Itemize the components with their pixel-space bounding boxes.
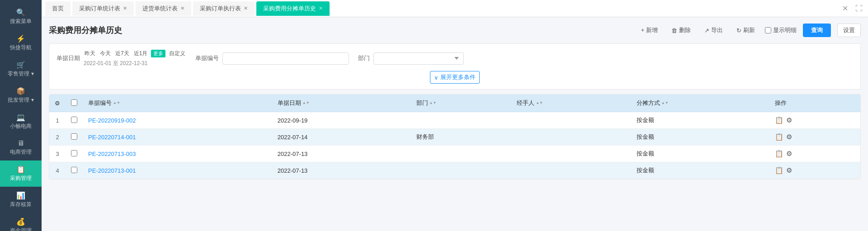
sidebar-item-inventory[interactable]: 📊 库存核算	[0, 187, 42, 213]
row-order-no-1: PE-20220919-002	[83, 112, 272, 129]
sidebar-label-retail: 零售管理 ▾	[8, 70, 33, 78]
row-checkbox-1[interactable]	[71, 117, 77, 123]
sidebar-label-ecom-small: 小畅电商	[10, 123, 32, 130]
row-checkbox-4[interactable]	[71, 167, 77, 173]
row-handler-1	[511, 112, 631, 129]
order-no-link-4[interactable]: PE-20220713-001	[88, 167, 136, 174]
col-settings[interactable]: ⚙	[49, 94, 66, 112]
order-no-input[interactable]	[222, 52, 349, 65]
table-body: 1 PE-20220919-002 2022-09-19 按金额 📋 ⚙ 2	[49, 112, 860, 179]
order-no-label: 单据编号	[195, 54, 219, 62]
show-columns-checkbox[interactable]	[765, 27, 771, 33]
tab-home[interactable]: 首页	[45, 1, 71, 16]
sidebar-item-ecom[interactable]: 🖥 电商管理	[0, 135, 42, 160]
shortcut-more[interactable]: 更多	[151, 50, 165, 57]
tab-close-purchase-fee-history[interactable]: ✕	[319, 5, 323, 11]
row-date-1: 2022-09-19	[272, 112, 411, 129]
close-window-icon[interactable]: ✕	[840, 3, 850, 14]
sidebar-item-finance[interactable]: 💰 资金管理	[0, 213, 42, 231]
row-num-2: 2	[49, 129, 66, 146]
sidebar-item-quick[interactable]: ⚡ 快捷导航	[0, 30, 42, 56]
wholesale-icon: 📦	[16, 87, 25, 95]
shortcut-today[interactable]: 今天	[99, 49, 112, 58]
tab-close-purchase-in-stats[interactable]: ✕	[180, 5, 184, 11]
col-date[interactable]: 单据日期 ▲▼	[272, 94, 411, 112]
main-area: 首页采购订单统计表✕进货单统计表✕采购订单执行表✕采购费用分摊单历史✕ ✕ ⛶ …	[42, 0, 868, 231]
order-no-filter: 单据编号	[195, 52, 349, 65]
sidebar-item-retail[interactable]: 🛒 零售管理 ▾	[0, 56, 42, 82]
shortcut-yesterday[interactable]: 昨天	[84, 49, 96, 58]
row-num-1: 1	[49, 112, 66, 129]
row-checkbox-3[interactable]	[71, 150, 77, 156]
dept-label: 部门	[358, 54, 370, 62]
row-split-method-4: 按金额	[631, 162, 770, 179]
order-no-link-1[interactable]: PE-20220919-002	[88, 117, 136, 124]
row-op-settings-3[interactable]: ⚙	[786, 150, 792, 158]
table-header-row: ⚙ 单据编号 ▲▼ 单据日期	[49, 94, 860, 112]
ecom-small-icon: 💻	[16, 113, 25, 122]
row-dept-3	[411, 146, 512, 162]
sidebar-item-purchase[interactable]: 📋 采购管理	[0, 160, 42, 187]
col-dept[interactable]: 部门 ▲▼	[411, 94, 512, 112]
row-op-view-2[interactable]: 📋	[775, 133, 783, 141]
export-icon: ↗	[704, 27, 709, 34]
shortcut-custom[interactable]: 自定义	[168, 49, 186, 58]
sort-split-icon: ▲▼	[661, 101, 669, 105]
row-handler-2	[511, 129, 631, 146]
expand-more-label: 展开更多条件	[440, 73, 476, 81]
sidebar-item-ecom-small[interactable]: 💻 小畅电商	[0, 108, 42, 135]
tab-close-purchase-order-exec[interactable]: ✕	[244, 5, 248, 11]
show-columns-checkbox-label[interactable]: 显示明细	[765, 26, 797, 34]
order-no-link-3[interactable]: PE-20220713-003	[88, 151, 136, 157]
row-op-settings-1[interactable]: ⚙	[786, 116, 792, 124]
shortcut-7days[interactable]: 近7天	[114, 49, 130, 58]
maximize-window-icon[interactable]: ⛶	[854, 4, 864, 14]
order-no-link-2[interactable]: PE-20220714-001	[88, 134, 136, 141]
delete-button[interactable]: 🗑 删除	[668, 24, 694, 36]
sidebar-item-search[interactable]: 🔍 搜索菜单	[0, 4, 42, 30]
finance-icon: 💰	[16, 217, 25, 226]
settings-button[interactable]: 设置	[837, 24, 861, 37]
col-ops: 操作	[769, 94, 860, 112]
tab-purchase-in-stats[interactable]: 进货单统计表✕	[136, 1, 191, 16]
quick-icon: ⚡	[16, 34, 25, 43]
tab-label-purchase-order-stats: 采购订单统计表	[79, 5, 120, 13]
dept-select[interactable]: 财务部	[373, 52, 464, 65]
tab-purchase-order-stats[interactable]: 采购订单统计表✕	[72, 1, 134, 16]
row-order-no-4: PE-20220713-001	[83, 162, 272, 179]
shortcut-1month[interactable]: 近1月	[133, 49, 149, 58]
tab-purchase-order-exec[interactable]: 采购订单执行表✕	[193, 1, 255, 16]
tab-label-purchase-fee-history: 采购费用分摊单历史	[263, 5, 316, 13]
tab-bar: 首页采购订单统计表✕进货单统计表✕采购订单执行表✕采购费用分摊单历史✕ ✕ ⛶	[42, 0, 868, 17]
tab-label-purchase-order-exec: 采购订单执行表	[200, 5, 241, 13]
tab-purchase-fee-history[interactable]: 采购费用分摊单历史✕	[256, 1, 330, 16]
refresh-button[interactable]: ↻ 刷新	[733, 24, 759, 36]
row-op-settings-4[interactable]: ⚙	[786, 166, 792, 174]
purchase-icon: 📋	[16, 165, 25, 174]
col-order-no[interactable]: 单据编号 ▲▼	[83, 94, 272, 112]
sidebar: 🔍 搜索菜单 ⚡ 快捷导航 🛒 零售管理 ▾ 📦 批发管理 ▾ 💻 小畅电商 🖥…	[0, 0, 42, 231]
date-filter: 单据日期 昨天 今天 近7天 近1月 更多 自定义 2022-01-01 至 2…	[57, 49, 186, 67]
row-op-view-3[interactable]: 📋	[775, 150, 783, 158]
sidebar-label-finance: 资金管理	[10, 227, 32, 231]
row-op-view-1[interactable]: 📋	[775, 116, 783, 124]
row-checkbox-2[interactable]	[71, 133, 77, 140]
sidebar-item-wholesale[interactable]: 📦 批发管理 ▾	[0, 82, 42, 108]
query-button[interactable]: 查询	[803, 24, 831, 37]
row-num-3: 3	[49, 146, 66, 162]
sort-dept-icon: ▲▼	[429, 101, 437, 105]
row-op-view-4[interactable]: 📋	[775, 166, 783, 174]
col-handler[interactable]: 经手人 ▲▼	[511, 94, 631, 112]
row-checkbox-cell-2	[66, 129, 83, 146]
tab-close-purchase-order-stats[interactable]: ✕	[123, 5, 127, 11]
sidebar-label-quick: 快捷导航	[10, 44, 32, 52]
add-button[interactable]: + 新增	[637, 24, 661, 36]
select-all-checkbox[interactable]	[71, 99, 77, 106]
row-ops-1: 📋 ⚙	[769, 112, 860, 129]
col-split-method[interactable]: 分摊方式 ▲▼	[631, 94, 770, 112]
row-op-settings-2[interactable]: ⚙	[786, 133, 792, 141]
date-shortcuts-group: 昨天 今天 近7天 近1月 更多 自定义 2022-01-01 至 2022-1…	[84, 49, 186, 67]
export-button[interactable]: ↗ 导出	[701, 24, 726, 36]
expand-more-btn[interactable]: ∨ 展开更多条件	[430, 71, 480, 84]
row-dept-2: 财务部	[411, 129, 512, 146]
